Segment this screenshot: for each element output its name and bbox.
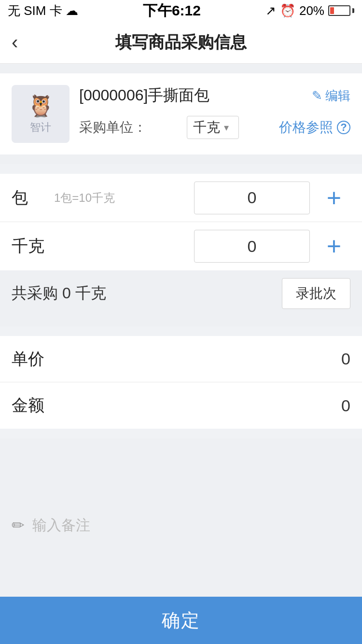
bag-label: 包 (12, 187, 50, 209)
separator-top (0, 64, 362, 73)
pencil-icon: ✏ (12, 516, 25, 534)
summary-text: 共采购 0 千克 (12, 283, 106, 304)
separator-mid (0, 154, 362, 164)
kg-label: 千克 (12, 235, 50, 257)
amount-row: 金额 0 (0, 382, 362, 429)
status-bar: 无 SIM 卡 ☁ 下午6:12 ↗ ⏰ 20% (0, 0, 362, 21)
remark-placeholder: 输入备注 (32, 516, 90, 535)
edit-button[interactable]: ✎ 编辑 (312, 87, 350, 104)
edit-label: 编辑 (325, 87, 350, 104)
nav-bar: ‹ 填写商品采购信息 (0, 21, 362, 64)
battery-icon (328, 5, 354, 16)
product-card: 🦉 智计 [0000006]手撕面包 ✎ 编辑 采购单位： 千克 ▾ 价格参照 … (0, 73, 362, 154)
status-left: 无 SIM 卡 ☁ (8, 2, 78, 19)
edit-icon: ✎ (312, 88, 322, 103)
amount-label: 金额 (12, 394, 44, 417)
bag-row: 包 1包=10千克 0 + (0, 174, 362, 222)
unit-price-row: 单价 0 (0, 336, 362, 382)
unit-value: 千克 (193, 118, 220, 137)
product-logo-label: 智计 (30, 120, 51, 135)
unit-price-value: 0 (341, 350, 350, 368)
price-reference-button[interactable]: 价格参照 ? (279, 118, 350, 137)
battery-percent: 20% (299, 3, 324, 18)
confirm-button[interactable]: 确定 (0, 597, 362, 644)
unit-dropdown-arrow: ▾ (224, 122, 229, 133)
bag-sublabel: 1包=10千克 (54, 190, 115, 206)
back-button[interactable]: ‹ (12, 31, 18, 53)
batch-record-button[interactable]: 录批次 (282, 278, 350, 309)
summary-section: 共采购 0 千克 录批次 (0, 270, 362, 317)
status-time: 下午6:12 (143, 1, 201, 21)
product-info: [0000006]手撕面包 ✎ 编辑 采购单位： 千克 ▾ 价格参照 ? (79, 85, 350, 139)
price-section: 单价 0 金额 0 (0, 336, 362, 429)
unit-price-label: 单价 (12, 348, 44, 370)
bag-quantity-input[interactable]: 0 (194, 182, 310, 214)
product-name: [0000006]手撕面包 (79, 85, 209, 106)
status-right: ↗ ⏰ 20% (265, 3, 354, 18)
sim-label: 无 SIM 卡 ☁ (8, 2, 78, 19)
quantity-section: 包 1包=10千克 0 + 千克 0 + (0, 174, 362, 270)
unit-label: 采购单位： (79, 118, 147, 137)
alarm-icon: ⏰ (280, 3, 295, 18)
bag-plus-button[interactable]: + (318, 182, 350, 214)
remark-section[interactable]: ✏ 输入备注 (0, 438, 362, 612)
price-ref-help-icon: ? (337, 121, 350, 134)
price-ref-label: 价格参照 (279, 118, 333, 137)
page-title: 填写商品采购信息 (115, 31, 247, 54)
kg-quantity-input[interactable]: 0 (194, 230, 310, 263)
separator-price (0, 317, 362, 326)
unit-select[interactable]: 千克 ▾ (187, 116, 239, 139)
amount-value: 0 (341, 396, 350, 415)
product-logo-icon: 🦉 (28, 93, 54, 118)
location-icon: ↗ (265, 3, 276, 18)
kg-row: 千克 0 + (0, 222, 362, 270)
kg-plus-button[interactable]: + (318, 230, 350, 263)
product-image: 🦉 智计 (12, 85, 70, 143)
